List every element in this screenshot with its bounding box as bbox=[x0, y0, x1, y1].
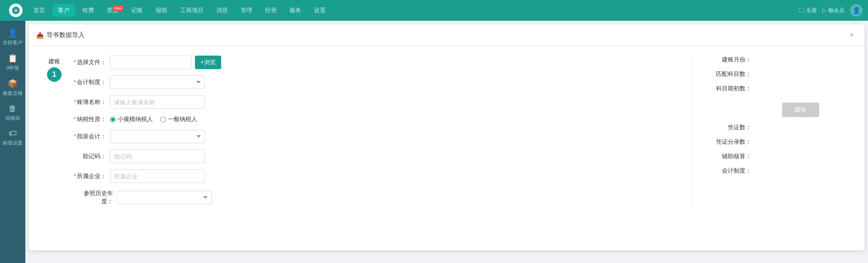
top-nav: 首页 客户 收费 票据 new 记账 报税 工商项目 消息 管理 经营 服务 设… bbox=[0, 0, 868, 21]
nav-item-business[interactable]: 工商项目 bbox=[175, 4, 209, 17]
ledger-name-label: *账簿名称： bbox=[72, 98, 106, 106]
assign-accountant-select[interactable] bbox=[110, 130, 205, 143]
form-section: *选择文件： +浏览 *会计制度： bbox=[72, 56, 683, 206]
nav-item-billing[interactable]: 收费 bbox=[77, 4, 100, 17]
zero-declaration-icon: 📋 bbox=[8, 53, 18, 63]
step-indicator: 建账 1 bbox=[47, 56, 62, 82]
right-account-system-label: 会计制度： bbox=[711, 167, 751, 175]
vertical-divider bbox=[692, 56, 693, 206]
tax-type-radio-group: 小规模纳税人 一般纳税人 bbox=[110, 115, 197, 123]
dialog-header: 📥 导爷数据导入 × bbox=[29, 24, 864, 47]
dialog-body: 建账 1 *选择文件： +浏览 bbox=[29, 47, 864, 215]
voucher-entries-label: 凭证分录数： bbox=[711, 138, 751, 146]
required-mark6: * bbox=[74, 173, 76, 179]
account-system-row: *会计制度： bbox=[72, 75, 683, 89]
required-mark3: * bbox=[74, 99, 76, 105]
step-circle: 1 bbox=[47, 67, 62, 82]
sidebar-item-zero-declaration[interactable]: 📋 0申报 bbox=[0, 50, 25, 75]
build-btn-container: 建账 bbox=[711, 99, 819, 117]
company-label: *所属企业： bbox=[72, 172, 106, 180]
assign-accountant-row: *指派会计： bbox=[72, 130, 683, 143]
logo-area bbox=[5, 0, 26, 21]
nav-item-bookkeeping[interactable]: 记账 bbox=[126, 4, 148, 17]
file-input[interactable] bbox=[110, 56, 191, 69]
account-migration-icon: 📦 bbox=[8, 79, 18, 89]
nav-item-invoice[interactable]: 票据 new bbox=[101, 4, 124, 17]
memo-row: 助记码： bbox=[72, 150, 683, 163]
step-section: 建账 1 bbox=[47, 56, 62, 206]
sidebar-item-account-migration[interactable]: 📦 账套迁移 bbox=[0, 75, 25, 100]
nav-right: ⛶ 全屏 ▷ 畅会员 👤 bbox=[799, 4, 863, 17]
file-label: *选择文件： bbox=[72, 58, 106, 66]
voucher-entries-row: 凭证分录数： bbox=[711, 138, 846, 146]
build-account-button[interactable]: 建账 bbox=[782, 103, 819, 117]
dialog-title: 📥 导爷数据导入 bbox=[36, 31, 85, 39]
general-taxpayer-option[interactable]: 一般纳税人 bbox=[160, 115, 197, 123]
required-mark2: * bbox=[74, 79, 76, 85]
right-account-system-row: 会计制度： bbox=[711, 167, 846, 175]
fullscreen-btn[interactable]: ⛶ 全屏 bbox=[799, 7, 817, 14]
nav-item-home[interactable]: 首页 bbox=[28, 4, 51, 17]
nav-item-operations[interactable]: 经营 bbox=[260, 4, 282, 17]
nav-items: 首页 客户 收费 票据 new 记账 报税 工商项目 消息 管理 经营 服务 设… bbox=[28, 4, 799, 17]
required-mark4: * bbox=[74, 116, 76, 122]
sidebar-item-recycle-bin[interactable]: 🗑 回收站 bbox=[0, 100, 25, 125]
voucher-count-label: 凭证数： bbox=[711, 123, 751, 132]
all-customers-icon: 👤 bbox=[8, 28, 18, 38]
browse-button[interactable]: +浏览 bbox=[195, 56, 221, 69]
nav-item-messages[interactable]: 消息 bbox=[211, 4, 233, 17]
company-row: *所属企业： bbox=[72, 169, 683, 183]
company-input[interactable] bbox=[110, 169, 205, 183]
account-system-select[interactable] bbox=[110, 75, 205, 89]
sidebar: 👤 全部客户 📋 0申报 📦 账套迁移 🗑 回收站 🏷 标签设置 bbox=[0, 21, 25, 263]
nav-item-tax[interactable]: 报税 bbox=[150, 4, 173, 17]
close-button[interactable]: × bbox=[846, 30, 857, 41]
subject-init-label: 科目期初数： bbox=[711, 85, 751, 93]
tax-type-row: *纳税性质： 小规模纳税人 一般纳税人 bbox=[72, 115, 683, 123]
required-mark5: * bbox=[74, 133, 76, 140]
history-year-select[interactable] bbox=[117, 191, 212, 204]
nav-item-admin[interactable]: 管理 bbox=[235, 4, 258, 17]
sidebar-item-all-customers[interactable]: 👤 全部客户 bbox=[0, 24, 25, 50]
assign-accountant-label: *指派会计： bbox=[72, 132, 106, 141]
dialog: 📥 导爷数据导入 × 建账 1 * bbox=[29, 24, 864, 250]
tax-type-label: *纳税性质： bbox=[72, 115, 106, 123]
voucher-count-row: 凭证数： bbox=[711, 123, 846, 132]
aux-accounting-label: 辅助核算： bbox=[711, 152, 751, 160]
match-subjects-row: 匹配科目数： bbox=[711, 70, 846, 78]
logo bbox=[9, 4, 23, 17]
step-text: 建账 bbox=[48, 57, 60, 66]
general-taxpayer-radio[interactable] bbox=[160, 117, 166, 122]
required-mark: * bbox=[74, 59, 76, 66]
body-area: 👤 全部客户 📋 0申报 📦 账套迁移 🗑 回收站 🏷 标签设置 📥 导爷 bbox=[0, 21, 868, 263]
match-subjects-label: 匹配科目数： bbox=[711, 70, 751, 78]
import-icon: 📥 bbox=[36, 32, 44, 39]
right-panel: 建账月份： 匹配科目数： 科目期初数： 建账 凭证 bbox=[702, 56, 846, 206]
tag-settings-icon: 🏷 bbox=[9, 129, 17, 138]
sidebar-item-tag-settings[interactable]: 🏷 标签设置 bbox=[0, 125, 25, 150]
history-year-label: 参照历史年度： bbox=[72, 189, 113, 206]
memo-label: 助记码： bbox=[72, 152, 106, 160]
build-month-label: 建账月份： bbox=[711, 56, 751, 64]
small-taxpayer-option[interactable]: 小规模纳税人 bbox=[110, 115, 153, 123]
nav-item-settings[interactable]: 设置 bbox=[308, 4, 331, 17]
memo-input[interactable] bbox=[110, 150, 205, 163]
member-btn[interactable]: ▷ 畅会员 bbox=[822, 7, 844, 14]
build-month-row: 建账月份： bbox=[711, 56, 846, 64]
ledger-name-input[interactable] bbox=[110, 95, 205, 109]
history-year-row: 参照历史年度： bbox=[72, 189, 683, 206]
new-badge: new bbox=[113, 5, 123, 11]
nav-item-service[interactable]: 服务 bbox=[284, 4, 307, 17]
account-system-label: *会计制度： bbox=[72, 78, 106, 86]
avatar[interactable]: 👤 bbox=[850, 4, 863, 17]
file-row: *选择文件： +浏览 bbox=[72, 56, 683, 69]
recycle-bin-icon: 🗑 bbox=[9, 104, 17, 113]
aux-accounting-row: 辅助核算： bbox=[711, 152, 846, 160]
logo-icon bbox=[11, 6, 20, 15]
small-taxpayer-radio[interactable] bbox=[110, 117, 116, 122]
main-content: 📥 导爷数据导入 × 建账 1 * bbox=[25, 21, 868, 263]
subject-init-row: 科目期初数： bbox=[711, 85, 846, 93]
ledger-name-row: *账簿名称： bbox=[72, 95, 683, 109]
nav-item-customer[interactable]: 客户 bbox=[52, 4, 75, 17]
